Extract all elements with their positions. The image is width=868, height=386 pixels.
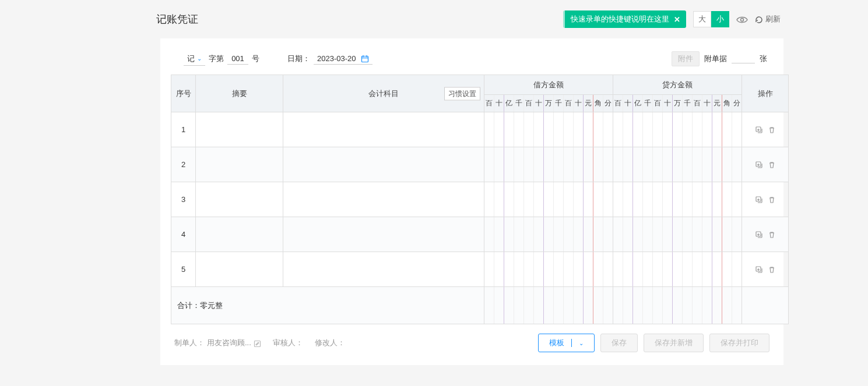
amount-digit[interactable] xyxy=(712,182,722,217)
amount-digit[interactable] xyxy=(653,147,663,182)
amount-digit[interactable] xyxy=(584,252,593,287)
amount-digit[interactable] xyxy=(702,112,712,147)
attachment-button[interactable]: 附件 xyxy=(672,51,700,66)
amount-digit[interactable] xyxy=(673,112,683,147)
summary-cell[interactable] xyxy=(196,112,283,147)
save-button[interactable]: 保存 xyxy=(600,334,638,352)
refresh-button[interactable]: 刷新 xyxy=(755,14,781,24)
amount-digit[interactable] xyxy=(534,217,544,252)
amount-digit[interactable] xyxy=(524,147,534,182)
amount-digit[interactable] xyxy=(702,252,712,287)
amount-digit[interactable] xyxy=(722,147,732,182)
amount-digit[interactable] xyxy=(514,182,524,217)
amount-digit[interactable] xyxy=(544,217,554,252)
amount-digit[interactable] xyxy=(693,182,702,217)
amount-digit[interactable] xyxy=(534,147,544,182)
amount-digit[interactable] xyxy=(574,252,584,287)
amount-digit[interactable] xyxy=(603,112,613,147)
amount-digit[interactable] xyxy=(484,217,494,252)
amount-digit[interactable] xyxy=(693,217,702,252)
copy-icon[interactable] xyxy=(755,125,763,134)
amount-digit[interactable] xyxy=(643,147,653,182)
amount-digit[interactable] xyxy=(712,147,722,182)
amount-digit[interactable] xyxy=(732,182,742,217)
amount-digit[interactable] xyxy=(534,112,544,147)
amount-digit[interactable] xyxy=(722,182,732,217)
amount-digit[interactable] xyxy=(673,217,683,252)
summary-input[interactable] xyxy=(196,112,283,146)
amount-digit[interactable] xyxy=(494,217,504,252)
amount-digit[interactable] xyxy=(702,217,712,252)
voucher-no-input[interactable]: 001 xyxy=(227,53,248,65)
amount-digit[interactable] xyxy=(683,147,693,182)
amount-digit[interactable] xyxy=(702,182,712,217)
account-cell[interactable] xyxy=(283,112,484,147)
amount-digit[interactable] xyxy=(712,112,722,147)
amount-digit[interactable] xyxy=(534,252,544,287)
amount-digit[interactable] xyxy=(484,252,494,287)
amount-digit[interactable] xyxy=(504,147,514,182)
amount-digit[interactable] xyxy=(574,112,584,147)
copy-icon[interactable] xyxy=(755,230,763,239)
amount-digit[interactable] xyxy=(643,217,653,252)
amount-digit[interactable] xyxy=(603,252,613,287)
amount-digit[interactable] xyxy=(673,147,683,182)
amount-digit[interactable] xyxy=(564,182,574,217)
attach-count-input[interactable] xyxy=(732,54,755,63)
amount-digit[interactable] xyxy=(584,217,593,252)
amount-digit[interactable] xyxy=(663,217,673,252)
size-small-button[interactable]: 小 xyxy=(711,11,729,27)
eye-icon[interactable] xyxy=(736,15,748,24)
amount-digit[interactable] xyxy=(663,252,673,287)
amount-digit[interactable] xyxy=(484,147,494,182)
amount-digit[interactable] xyxy=(702,147,712,182)
amount-digit[interactable] xyxy=(514,147,524,182)
voucher-type-select[interactable]: 记 ⌄ xyxy=(184,52,205,66)
summary-cell[interactable] xyxy=(196,217,283,252)
amount-digit[interactable] xyxy=(603,147,613,182)
amount-digit[interactable] xyxy=(683,217,693,252)
amount-digit[interactable] xyxy=(623,217,633,252)
amount-digit[interactable] xyxy=(494,252,504,287)
amount-digit[interactable] xyxy=(494,182,504,217)
account-cell[interactable] xyxy=(283,182,484,217)
amount-digit[interactable] xyxy=(722,112,732,147)
amount-digit[interactable] xyxy=(683,252,693,287)
amount-digit[interactable] xyxy=(574,182,584,217)
amount-digit[interactable] xyxy=(623,182,633,217)
amount-digit[interactable] xyxy=(653,112,663,147)
amount-digit[interactable] xyxy=(663,147,673,182)
amount-digit[interactable] xyxy=(504,252,514,287)
amount-digit[interactable] xyxy=(544,252,554,287)
save-new-button[interactable]: 保存并新增 xyxy=(644,334,704,352)
amount-digit[interactable] xyxy=(544,147,554,182)
amount-digit[interactable] xyxy=(712,217,722,252)
amount-digit[interactable] xyxy=(584,147,593,182)
amount-digit[interactable] xyxy=(554,252,564,287)
amount-digit[interactable] xyxy=(504,217,514,252)
amount-digit[interactable] xyxy=(722,217,732,252)
amount-digit[interactable] xyxy=(593,217,603,252)
amount-digit[interactable] xyxy=(504,112,514,147)
amount-digit[interactable] xyxy=(574,147,584,182)
amount-digit[interactable] xyxy=(524,252,534,287)
summary-cell[interactable] xyxy=(196,182,283,217)
amount-digit[interactable] xyxy=(504,182,514,217)
amount-digit[interactable] xyxy=(484,112,494,147)
amount-digit[interactable] xyxy=(663,112,673,147)
amount-digit[interactable] xyxy=(524,217,534,252)
amount-digit[interactable] xyxy=(524,112,534,147)
summary-cell[interactable] xyxy=(196,252,283,287)
account-cell[interactable] xyxy=(283,252,484,287)
close-icon[interactable]: ✕ xyxy=(674,15,680,24)
account-cell[interactable] xyxy=(283,147,484,182)
amount-digit[interactable] xyxy=(603,182,613,217)
amount-digit[interactable] xyxy=(653,217,663,252)
amount-digit[interactable] xyxy=(633,147,643,182)
amount-digit[interactable] xyxy=(673,252,683,287)
amount-digit[interactable] xyxy=(534,182,544,217)
amount-digit[interactable] xyxy=(613,182,623,217)
amount-digit[interactable] xyxy=(613,112,623,147)
amount-digit[interactable] xyxy=(683,182,693,217)
edit-icon[interactable] xyxy=(254,338,261,347)
